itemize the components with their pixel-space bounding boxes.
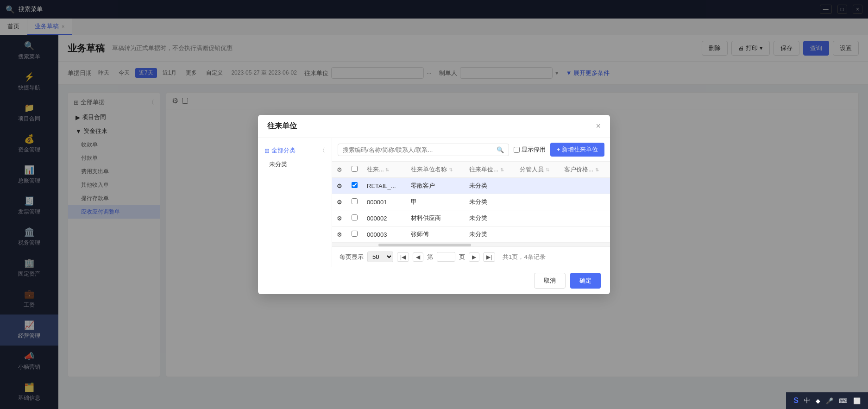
row-manager-cell <box>515 178 560 194</box>
th-price-level: 客户价格... ⇅ <box>560 162 610 178</box>
row-price-level-cell <box>560 178 610 194</box>
dialog-right: 🔍 显示停用 + 新增往来单位 ⚙ <box>332 138 610 267</box>
row-checkbox-cell <box>347 227 362 243</box>
row-settings-icon[interactable]: ⚙ <box>337 199 342 206</box>
partner-dialog: 往来单位 × ⊞ 全部分类 〈 未分类 <box>258 115 610 294</box>
bottom-mic-icon[interactable]: 🎤 <box>826 397 833 404</box>
row-checkbox[interactable] <box>352 231 358 237</box>
th-name: 往来单位名称 ⇅ <box>406 162 465 178</box>
dialog-pagination: 每页显示 50 100 |◀ ◀ 第 1 页 ▶ ▶| 共1页，4条记录 <box>332 246 610 267</box>
dialog-toolbar: 🔍 显示停用 + 新增往来单位 <box>332 138 610 162</box>
dialog-footer: 取消 确定 <box>258 267 610 294</box>
last-page-btn[interactable]: ▶| <box>483 252 495 262</box>
dialog-cat-unclassified[interactable]: 未分类 <box>258 157 332 171</box>
page-number-input[interactable]: 1 <box>437 252 455 262</box>
row-settings-cell: ⚙ <box>332 194 347 210</box>
row-code-cell: 000003 <box>362 227 406 243</box>
dialog-body: ⊞ 全部分类 〈 未分类 🔍 显示停 <box>258 138 610 267</box>
row-checkbox[interactable] <box>352 182 358 188</box>
row-checkbox[interactable] <box>352 214 358 220</box>
prev-page-btn[interactable]: ◀ <box>413 252 423 262</box>
th-manager: 分管人员 ⇅ <box>515 162 560 178</box>
th-type: 往来单位... ⇅ <box>465 162 515 178</box>
row-type-cell: 未分类 <box>465 227 515 243</box>
table-row[interactable]: ⚙ 000001 甲 未分类 <box>332 194 610 210</box>
row-name-cell: 甲 <box>406 194 465 210</box>
total-label: 共1页，4条记录 <box>503 253 545 261</box>
row-price-level-cell <box>560 227 610 243</box>
bottom-logo: S <box>793 396 799 405</box>
row-code-cell: RETAIL_... <box>362 178 406 194</box>
dialog-cat-all[interactable]: ⊞ 全部分类 〈 <box>258 144 332 157</box>
row-name-cell: 张师傅 <box>406 227 465 243</box>
bottom-chinese-icon[interactable]: 中 <box>804 396 810 405</box>
show-inactive-text: 显示停用 <box>522 145 546 154</box>
dialog-search-box[interactable]: 🔍 <box>338 144 509 156</box>
first-page-btn[interactable]: |◀ <box>397 252 409 262</box>
dialog-cat-all-label: 全部分类 <box>271 146 296 155</box>
per-page-select[interactable]: 50 100 <box>367 252 393 262</box>
row-type-cell: 未分类 <box>465 178 515 194</box>
sort-price-icon[interactable]: ⇅ <box>595 167 599 172</box>
bottom-bar: S 中 ◆ 🎤 ⌨ ⬜ <box>786 392 868 409</box>
dialog-close-button[interactable]: × <box>596 121 601 131</box>
scrollbar-thumb[interactable] <box>378 244 471 246</box>
dialog-categories: ⊞ 全部分类 〈 未分类 <box>258 138 332 267</box>
row-price-level-cell <box>560 194 610 210</box>
row-manager-cell <box>515 210 560 227</box>
row-price-level-cell <box>560 210 610 227</box>
row-checkbox-cell <box>347 210 362 227</box>
dialog-title: 往来单位 <box>267 121 297 131</box>
bottom-diamond-icon[interactable]: ◆ <box>816 397 820 404</box>
row-settings-icon[interactable]: ⚙ <box>337 231 342 238</box>
next-page-btn[interactable]: ▶ <box>469 252 479 262</box>
row-settings-icon[interactable]: ⚙ <box>337 182 342 189</box>
settings-col-icon[interactable]: ⚙ <box>337 166 342 173</box>
row-code-cell: 000002 <box>362 210 406 227</box>
bottom-square-icon[interactable]: ⬜ <box>853 397 861 404</box>
row-manager-cell <box>515 227 560 243</box>
th-code: 往来... ⇅ <box>362 162 406 178</box>
cancel-button[interactable]: 取消 <box>534 273 566 289</box>
add-partner-button[interactable]: + 新增往来单位 <box>550 143 604 157</box>
page-suffix: 页 <box>459 253 465 261</box>
sort-manager-icon[interactable]: ⇅ <box>546 167 549 172</box>
bottom-keyboard-icon[interactable]: ⌨ <box>839 397 848 404</box>
dialog-search-input[interactable] <box>343 146 495 153</box>
sort-name-icon[interactable]: ⇅ <box>449 167 453 172</box>
show-inactive-label[interactable]: 显示停用 <box>514 145 546 154</box>
row-settings-icon[interactable]: ⚙ <box>337 215 342 222</box>
row-type-cell: 未分类 <box>465 210 515 227</box>
dialog-cat-collapse-icon[interactable]: 〈 <box>319 146 325 155</box>
row-name-cell: 材料供应商 <box>406 210 465 227</box>
row-settings-cell: ⚙ <box>332 227 347 243</box>
search-icon: 🔍 <box>497 146 504 153</box>
row-code-cell: 000001 <box>362 194 406 210</box>
row-settings-cell: ⚙ <box>332 210 347 227</box>
table-header-row: ⚙ 往来... ⇅ 往来单位名称 ⇅ <box>332 162 610 178</box>
row-type-cell: 未分类 <box>465 194 515 210</box>
grid-small-icon: ⊞ <box>264 147 270 154</box>
per-page-label: 每页显示 <box>340 253 364 261</box>
table-select-all[interactable] <box>352 166 358 172</box>
dialog-cat-unclassified-label: 未分类 <box>269 161 287 168</box>
row-name-cell: 零散客户 <box>406 178 465 194</box>
th-checkbox <box>347 162 362 178</box>
table-row[interactable]: ⚙ 000002 材料供应商 未分类 <box>332 210 610 227</box>
page-label: 第 <box>427 253 433 261</box>
horizontal-scrollbar[interactable] <box>332 243 610 246</box>
row-settings-cell: ⚙ <box>332 178 347 194</box>
table-row[interactable]: ⚙ RETAIL_... 零散客户 未分类 <box>332 178 610 194</box>
table-row[interactable]: ⚙ 000003 张师傅 未分类 <box>332 227 610 243</box>
row-checkbox[interactable] <box>352 198 358 204</box>
th-settings: ⚙ <box>332 162 347 178</box>
show-inactive-checkbox[interactable] <box>514 147 520 153</box>
row-checkbox-cell <box>347 178 362 194</box>
row-manager-cell <box>515 194 560 210</box>
dialog-header: 往来单位 × <box>258 115 610 138</box>
dialog-table-scroll: ⚙ 往来... ⇅ 往来单位名称 ⇅ <box>332 162 610 243</box>
dialog-table: ⚙ 往来... ⇅ 往来单位名称 ⇅ <box>332 162 610 243</box>
sort-type-icon[interactable]: ⇅ <box>500 167 504 172</box>
sort-code-icon[interactable]: ⇅ <box>385 167 389 172</box>
confirm-button[interactable]: 确定 <box>570 273 601 289</box>
